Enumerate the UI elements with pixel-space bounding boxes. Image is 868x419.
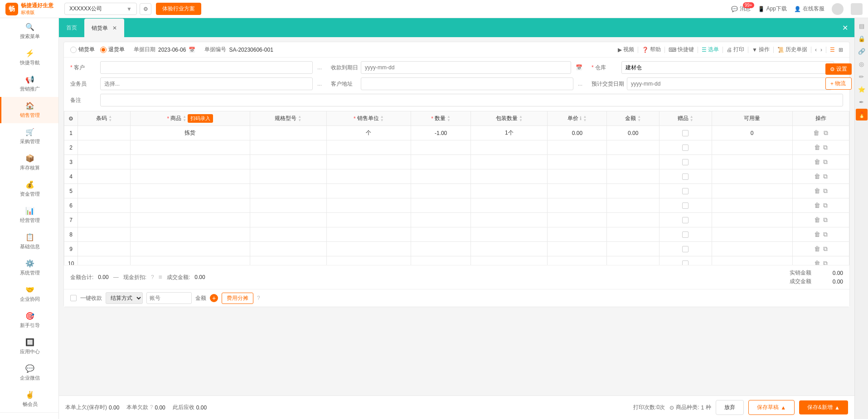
copy-btn[interactable]: ⧉ — [823, 231, 828, 238]
sidebar-item-search[interactable]: 🔍 搜索菜单 — [0, 18, 58, 44]
tool-list-view[interactable]: ☰ — [830, 47, 835, 53]
sidebar-item-member[interactable]: ✌️ 畅会员 — [0, 386, 58, 412]
sidebar-item-business[interactable]: 📊 经营管理 — [0, 202, 58, 228]
save-draft-button[interactable]: 保存草稿 ▲ — [748, 400, 795, 415]
rp-icon-7[interactable]: ✒ — [856, 96, 868, 108]
gift-cb[interactable] — [682, 173, 689, 180]
sidebar-item-enterprise[interactable]: 🤝 企业协同 — [0, 281, 58, 307]
logistics-button[interactable]: + 物流 — [825, 77, 852, 90]
notes-input[interactable] — [100, 94, 843, 106]
row-amount-1[interactable]: 0.00 — [607, 126, 659, 140]
tool-print[interactable]: 🖨 打印 — [727, 46, 744, 53]
sidebar-item-quick-nav[interactable]: ⚡ 快捷导航 — [0, 44, 58, 71]
sidebar-item-wechat[interactable]: 💬 企业微信 — [0, 360, 58, 386]
sidebar-item-system[interactable]: ⚙️ 系统管理 — [0, 255, 58, 281]
sidebar-item-purchase[interactable]: 🛒 采购管理 — [0, 123, 58, 149]
delete-btn[interactable]: 🗑 — [814, 260, 820, 265]
gift-cb[interactable] — [682, 260, 689, 265]
gift-cb[interactable] — [682, 188, 689, 194]
unit-price-sort[interactable]: ▲▼ — [583, 115, 587, 122]
rp-icon-1[interactable]: ▤ — [856, 20, 868, 32]
company-selector[interactable]: XXXXXX公司 ▼ — [64, 3, 137, 15]
copy-btn[interactable]: ⧉ — [823, 260, 828, 265]
payment-date-input[interactable] — [361, 61, 571, 74]
online-service-button[interactable]: 👤 在线客服 — [794, 5, 824, 13]
delivery-date-input[interactable] — [627, 77, 832, 90]
copy-btn[interactable]: ⧉ — [823, 187, 828, 194]
gift-sort[interactable]: ▲▼ — [690, 115, 693, 122]
tab-close-icon[interactable]: ✕ — [112, 25, 117, 31]
sidebar-item-marketing[interactable]: 📢 营销推广 — [0, 71, 58, 97]
tool-history[interactable]: 📜 历史单据 — [777, 46, 807, 53]
sidebar-item-basic[interactable]: 📋 基础信息 — [0, 228, 58, 255]
unit-price-info-icon[interactable]: ℹ — [580, 116, 582, 121]
row-unit-1[interactable]: 个 — [326, 126, 411, 140]
row-barcode-1[interactable] — [78, 126, 131, 140]
product-count-icon[interactable]: ⊙ — [669, 405, 674, 411]
delivery-date-field[interactable] — [631, 81, 828, 87]
sidebar-item-sales[interactable]: 🏠 销售管理 — [0, 97, 58, 123]
copy-btn[interactable]: ⧉ — [823, 202, 828, 209]
delete-btn[interactable]: 🗑 — [814, 202, 820, 209]
trial-button[interactable]: 体验行业方案 — [156, 3, 201, 15]
customer-address-input[interactable] — [361, 77, 573, 90]
product-sort[interactable]: ▲▼ — [183, 115, 186, 122]
calendar-icon[interactable]: 📅 — [189, 47, 195, 53]
payment-date-field[interactable] — [365, 64, 567, 71]
customer-input-field[interactable] — [104, 64, 309, 71]
payment-date-calendar-icon[interactable]: 📅 — [576, 64, 582, 71]
copy-btn[interactable]: ⧉ — [823, 144, 828, 151]
sidebar-collapse-btn[interactable]: ◀ — [43, 416, 54, 419]
delete-btn[interactable]: 🗑 — [814, 158, 820, 165]
delete-btn[interactable]: 🗑 — [814, 231, 820, 238]
copy-btn[interactable]: ⧉ — [823, 216, 828, 223]
settings-button[interactable]: ⚙ — [140, 3, 151, 15]
customer-address-field[interactable] — [365, 81, 569, 87]
rp-icon-3[interactable]: 🔗 — [856, 45, 868, 57]
copy-row-1-btn[interactable]: ⧉ — [824, 129, 828, 136]
tool-prev[interactable]: ‹ — [815, 47, 817, 53]
settings-form-button[interactable]: ⚙ 设置 — [825, 63, 852, 75]
sidebar-settings-btn[interactable]: ⚙ — [5, 416, 17, 419]
expense-help-icon[interactable]: ? — [257, 295, 260, 301]
rp-icon-2[interactable]: 🔒 — [856, 33, 868, 44]
user-avatar[interactable] — [832, 3, 844, 15]
rp-icon-4[interactable]: ◎ — [856, 58, 868, 70]
row-unit-price-1[interactable]: 0.00 — [548, 126, 607, 140]
tool-operate[interactable]: ▼ 操作 — [752, 46, 770, 53]
salesperson-input[interactable] — [100, 77, 313, 90]
gift-cb[interactable] — [682, 144, 689, 151]
rp-icon-8[interactable]: 🔥 — [856, 109, 868, 120]
gift-cb[interactable] — [682, 231, 689, 238]
sidebar-item-finance[interactable]: 💰 资金管理 — [0, 176, 58, 202]
copy-btn[interactable]: ⧉ — [823, 173, 828, 180]
salesperson-dots[interactable]: ... — [317, 81, 322, 87]
radio-sales[interactable]: 销货单 — [70, 46, 95, 53]
expense-split-button[interactable]: 费用分摊 — [222, 293, 253, 304]
rp-icon-6[interactable]: ⭐ — [856, 83, 868, 95]
qty-sort[interactable]: ▲▼ — [447, 115, 451, 122]
save-new-button[interactable]: 保存&新增 ▲ — [799, 400, 848, 414]
app-download-button[interactable]: 📱 App下载 — [758, 5, 787, 13]
barcode-sort[interactable]: ▲▼ — [108, 115, 112, 122]
col-header-settings[interactable]: ⚙ — [64, 111, 78, 126]
delete-btn[interactable]: 🗑 — [814, 173, 820, 180]
customer-address-dots[interactable]: ... — [578, 81, 582, 87]
salesperson-input-field[interactable] — [104, 81, 309, 87]
sidebar-item-appstore[interactable]: 🔲 应用中心 — [0, 333, 58, 360]
scan-button[interactable]: 扫码录入 — [188, 114, 213, 123]
row-gift-1[interactable] — [659, 126, 712, 140]
delete-btn[interactable]: 🗑 — [814, 245, 820, 252]
row-pack-qty-1[interactable]: 1个 — [471, 126, 548, 140]
spec-sort[interactable]: ▲▼ — [298, 115, 301, 122]
tool-grid-view[interactable]: ⊞ — [839, 47, 843, 53]
amount-sort[interactable]: ▲▼ — [637, 115, 641, 122]
gift-cb[interactable] — [682, 202, 689, 209]
tool-help[interactable]: ❓ 帮助 — [642, 46, 661, 53]
notes-field[interactable] — [104, 97, 839, 103]
delete-btn[interactable]: 🗑 — [814, 187, 820, 194]
customer-dots[interactable]: ... — [317, 64, 322, 71]
discard-button[interactable]: 放弃 — [716, 400, 744, 415]
row-spec-1[interactable] — [250, 126, 326, 140]
warehouse-input[interactable]: 建材仓 — [621, 61, 834, 74]
